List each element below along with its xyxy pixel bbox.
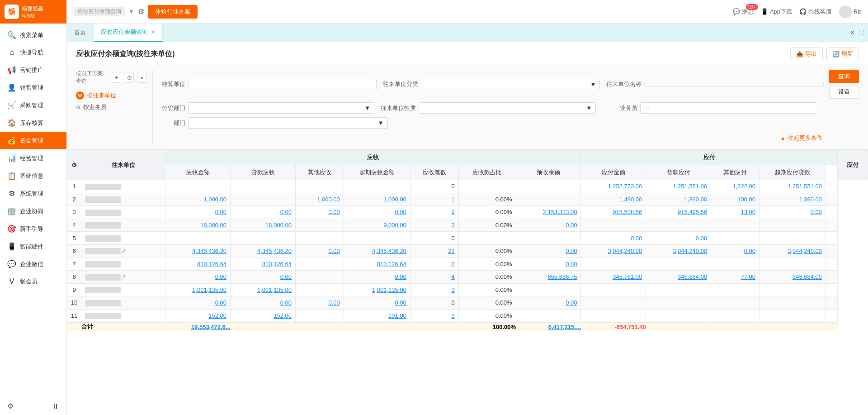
page-content: 应收应付余额查询(按往来单位) 📤 导出 🔄 刷新 按以下方案查询 (67, 42, 868, 415)
dept-select[interactable]: ▼ (188, 102, 374, 114)
col-ap-amount: 应付金额 (581, 165, 646, 180)
tab-close-icon[interactable]: ✕ (151, 29, 155, 35)
col-group-ap: 应付 (581, 150, 838, 165)
inventory-icon: 🏠 (7, 119, 16, 127)
basic-icon: 📋 (7, 172, 16, 180)
settings-footer-icon[interactable]: ⚙ (7, 402, 14, 410)
tab-expand-icon[interactable]: ⛶ (859, 29, 864, 36)
tab-home[interactable]: 首页 (67, 24, 94, 41)
export-btn[interactable]: 📤 导出 (790, 48, 823, 60)
col-ar-amount: 应收金额 (165, 165, 231, 180)
sidebar-item-business[interactable]: 📊经营管理 (0, 149, 66, 167)
guide-icon: 🎯 (7, 224, 16, 233)
trial-industry-btn[interactable]: 体验行业方案 (148, 5, 198, 19)
col-ar-count: 应收笔数 (410, 165, 458, 180)
sidebar-item-search-menu[interactable]: 🔍搜索菜单 (0, 26, 66, 44)
sidebar-item-guide[interactable]: 🎯新手引导 (0, 220, 66, 238)
online-service-label: 在线客服 (808, 8, 832, 16)
sidebar-item-label: 畅会员 (20, 277, 38, 286)
dropdown-arrow-icon[interactable]: ▼ (128, 8, 134, 15)
sidebar-item-label: 系统管理 (20, 190, 43, 198)
messages-btn[interactable]: 💬 消息 99+ (733, 8, 754, 16)
footer-ap-extra (826, 322, 838, 331)
query-btn[interactable]: 查询 (829, 70, 859, 83)
collapse-footer-icon[interactable]: ⏸ (52, 402, 59, 410)
tab-bar: 首页 应收应付余额查询 ✕ ✕ ⛶ (67, 24, 868, 42)
sidebar-item-hardware[interactable]: 📱智能硬件 (0, 238, 66, 255)
footer-ar-amount[interactable]: 19,553,472,6... (165, 322, 231, 331)
user-profile[interactable]: Rit (839, 5, 861, 18)
setting-btn[interactable]: 设置 (829, 85, 859, 99)
tab-ar-ap[interactable]: 应收应付余额查询 ✕ (94, 24, 163, 42)
footer-prepay[interactable]: 6,417,215.... (516, 322, 581, 331)
tab-close-all-icon[interactable]: ✕ (850, 29, 855, 36)
page-title: 应收应付余额查询(按往来单位) (76, 49, 175, 59)
edit-scheme-btn[interactable]: ⊙ (125, 72, 134, 83)
scheme-by-unit[interactable]: W 按往来单位 (76, 90, 147, 101)
unit-name-input[interactable] (644, 82, 824, 86)
sidebar-item-finance[interactable]: 💰资金管理 (0, 132, 66, 149)
col-settings[interactable]: ⚙ (67, 150, 81, 180)
sidebar-item-member[interactable]: V畅会员 (0, 273, 66, 290)
sidebar-logo: 畅 畅捷通赢 标准版 (0, 0, 66, 24)
salesman-input[interactable]: ··· (640, 102, 817, 114)
scheme-by-salesman[interactable]: ⊙ 按业务员 (76, 101, 147, 113)
footer-ap-amount: -654,751.40 (581, 322, 646, 331)
online-service-btn[interactable]: 🎧 在线客服 (799, 8, 832, 16)
sidebar-item-sales[interactable]: 👤销售管理 (0, 79, 66, 96)
sidebar-item-inventory[interactable]: 🏠库存核算 (0, 114, 66, 132)
logo-text: 畅捷通赢 标准版 (22, 5, 43, 19)
sidebar-item-marketing[interactable]: 📢营销推广 (0, 61, 66, 79)
scheme-icon: W (76, 91, 84, 100)
collapse-filter-btn[interactable]: ▲ 收起更多条件 (158, 132, 859, 144)
page-actions: 📤 导出 🔄 刷新 (790, 48, 859, 60)
header-right: 💬 消息 99+ 📱 App下载 🎧 在线客服 Rit (733, 5, 861, 18)
quick-nav-icon: ⌂ (7, 48, 16, 57)
sidebar-item-corp[interactable]: 🏢企业协同 (0, 202, 66, 220)
marketing-icon: 📢 (7, 66, 16, 74)
sidebar-item-label: 企业微信 (20, 260, 43, 268)
col-ar-pct: 应收款占比 (458, 165, 516, 180)
message-badge: 99+ (746, 4, 758, 10)
collapse-label: 收起更多条件 (788, 134, 823, 142)
sidebar-item-basic[interactable]: 📋基础信息 (0, 167, 66, 185)
sidebar-item-system[interactable]: ⚙系统管理 (0, 185, 66, 202)
sidebar-item-wechat[interactable]: 💬企业微信 (0, 255, 66, 273)
col-ap-overdue: 超期应付货款 (759, 165, 826, 180)
label-unit-name: 往来单位名称 (605, 80, 642, 88)
sidebar-item-quick-nav[interactable]: ⌂快捷导航 (0, 44, 66, 61)
refresh-btn[interactable]: 🔄 刷新 (826, 48, 859, 60)
sidebar-item-label: 库存核算 (20, 119, 43, 127)
table-row: 101,252,773.001,251,551.001,222.001,251,… (67, 180, 868, 193)
footer-ar-goods (231, 322, 296, 331)
sidebar-nav: 🔍搜索菜单⌂快捷导航📢营销推广👤销售管理🛒采购管理🏠库存核算💰资金管理📊经营管理… (0, 24, 66, 397)
search-menu-icon: 🔍 (7, 31, 16, 39)
col-ap-other: 其他应付 (711, 165, 760, 180)
unit-type-select[interactable]: ▼ (421, 79, 600, 90)
scheme-by-unit-label: 按往来单位 (87, 91, 116, 100)
table-row: 8↗0.000.000.0040.00%655,636.75345,761.00… (67, 270, 868, 283)
system-icon: ⚙ (7, 189, 16, 198)
sidebar-item-label: 资金管理 (20, 137, 43, 145)
breadcrumb: 应收应付余额查询 (74, 7, 125, 16)
label-dept: 分管部门 (158, 104, 185, 112)
label-unit-nature: 往来单位性质 (380, 104, 416, 112)
footer-ar-pct: 100.00% (458, 322, 516, 331)
table-row: 7810,126.64810,126.64810,126.6420.00%0.0… (67, 258, 868, 271)
footer-ap-other (711, 322, 760, 331)
settlement-unit-input[interactable]: ··· (188, 79, 377, 90)
add-scheme-btn[interactable]: + (112, 72, 121, 83)
footer-ar-overdue (344, 322, 410, 331)
col-unit: 往来单位 (81, 150, 165, 180)
corp-icon: 🏢 (7, 207, 16, 215)
sidebar-item-label: 快捷导航 (20, 48, 43, 57)
collapse-scheme-btn[interactable]: « (137, 72, 147, 83)
collapse-up-icon: ▲ (780, 135, 786, 142)
sub-dept-select[interactable]: ▼ (188, 117, 388, 129)
filter-area: 按以下方案查询 + ⊙ « W 按往来单位 ⊙ 按业务员 (67, 64, 868, 150)
app-download-btn[interactable]: 📱 App下载 (761, 8, 792, 16)
table-row: 6↗4,345,436.204,345,436.200.004,345,436.… (67, 244, 868, 258)
unit-nature-select[interactable]: ▼ (419, 102, 596, 114)
sidebar-item-purchase[interactable]: 🛒采购管理 (0, 96, 66, 114)
settings-icon[interactable]: ⚙ (138, 7, 144, 16)
